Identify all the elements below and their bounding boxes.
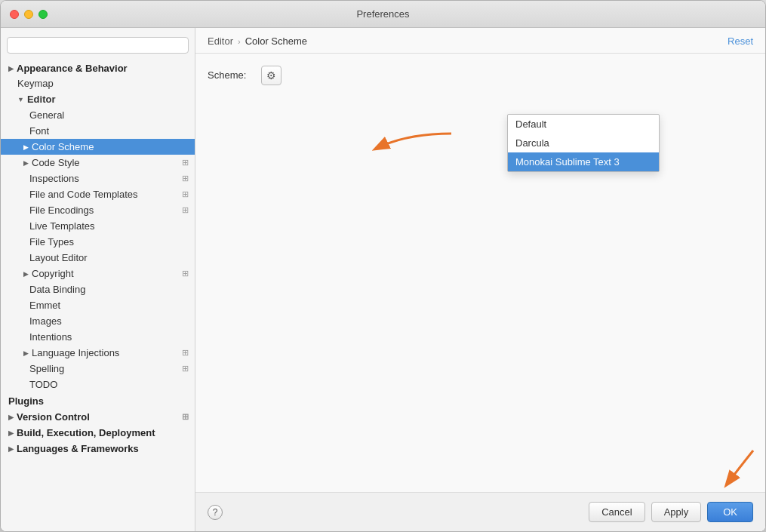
breadcrumb: Editor › Color Scheme bbox=[208, 35, 307, 47]
dropdown-popup: Default Darcula Monokai Sublime Text 3 bbox=[507, 114, 660, 172]
chevron-right-icon: ▶ bbox=[8, 429, 14, 437]
chevron-right-icon: ▶ bbox=[23, 143, 29, 151]
chevron-right-icon: ▶ bbox=[8, 414, 14, 421]
sidebar-item-color-scheme[interactable]: ▶ Color Scheme bbox=[1, 139, 195, 155]
settings-icon: ⊞ bbox=[182, 158, 189, 168]
breadcrumb-current: Color Scheme bbox=[245, 35, 307, 47]
sidebar: 🔍 ▶ Appearance & Behavior Keymap ▼ Edito… bbox=[1, 28, 195, 531]
sidebar-item-language-injections[interactable]: ▶ Language Injections ⊞ bbox=[1, 345, 195, 361]
sidebar-item-todo[interactable]: TODO bbox=[1, 377, 195, 392]
sidebar-item-file-types[interactable]: File Types bbox=[1, 234, 195, 250]
gear-icon: ⚙ bbox=[266, 69, 276, 81]
sidebar-item-code-style[interactable]: ▶ Code Style ⊞ bbox=[1, 155, 195, 171]
chevron-right-icon: ▶ bbox=[23, 349, 29, 357]
sidebar-item-inspections[interactable]: Inspections ⊞ bbox=[1, 171, 195, 186]
dropdown-option-default[interactable]: Default bbox=[508, 115, 659, 134]
breadcrumb-parent: Editor bbox=[208, 35, 233, 47]
settings-icon: ⊞ bbox=[182, 412, 189, 422]
settings-icon: ⊞ bbox=[182, 205, 189, 215]
help-button[interactable]: ? bbox=[208, 505, 223, 520]
window-controls bbox=[10, 10, 48, 19]
gear-button[interactable]: ⚙ bbox=[261, 66, 281, 85]
sidebar-item-spelling[interactable]: Spelling ⊞ bbox=[1, 361, 195, 377]
sidebar-item-keymap[interactable]: Keymap bbox=[1, 75, 195, 91]
preferences-window: Preferences 🔍 ▶ Appearance & Behavior Ke… bbox=[0, 0, 766, 532]
settings-icon: ⊞ bbox=[182, 269, 189, 278]
chevron-right-icon: ▶ bbox=[8, 445, 14, 453]
sidebar-item-plugins[interactable]: Plugins bbox=[1, 392, 195, 408]
sidebar-item-general[interactable]: General bbox=[1, 107, 195, 123]
chevron-right-icon: ▶ bbox=[23, 270, 29, 278]
search-wrapper: 🔍 bbox=[7, 37, 189, 54]
sidebar-item-appearance[interactable]: ▶ Appearance & Behavior bbox=[1, 60, 195, 75]
scheme-row: Scheme: Default Darcula Monokai Sublime … bbox=[208, 66, 753, 85]
ok-wrapper: OK bbox=[707, 502, 753, 522]
sidebar-item-font[interactable]: Font bbox=[1, 123, 195, 139]
search-input[interactable] bbox=[7, 37, 189, 54]
sidebar-item-layout-editor[interactable]: Layout Editor bbox=[1, 250, 195, 266]
sidebar-item-live-templates[interactable]: Live Templates bbox=[1, 218, 195, 234]
settings-icon: ⊞ bbox=[182, 174, 189, 183]
sidebar-item-languages[interactable]: ▶ Languages & Frameworks bbox=[1, 440, 195, 456]
title-bar: Preferences bbox=[1, 1, 765, 28]
maximize-button[interactable] bbox=[38, 10, 48, 19]
sidebar-item-images[interactable]: Images bbox=[1, 313, 195, 329]
arrow-annotation-1 bbox=[361, 126, 466, 171]
sidebar-item-data-binding[interactable]: Data Binding bbox=[1, 281, 195, 297]
sidebar-item-file-code-templates[interactable]: File and Code Templates ⊞ bbox=[1, 186, 195, 202]
sidebar-item-copyright[interactable]: ▶ Copyright ⊞ bbox=[1, 266, 195, 281]
settings-icon: ⊞ bbox=[182, 189, 189, 199]
reset-button[interactable]: Reset bbox=[728, 35, 753, 47]
window-title: Preferences bbox=[356, 8, 409, 20]
dropdown-option-monokai[interactable]: Monokai Sublime Text 3 bbox=[508, 152, 659, 171]
sidebar-item-version-control[interactable]: ▶ Version Control ⊞ bbox=[1, 408, 195, 424]
chevron-down-icon: ▼ bbox=[17, 96, 24, 103]
panel-header: Editor › Color Scheme Reset bbox=[195, 28, 765, 54]
search-container: 🔍 bbox=[1, 32, 195, 60]
close-button[interactable] bbox=[10, 10, 19, 19]
sidebar-item-editor[interactable]: ▼ Editor bbox=[1, 91, 195, 107]
scheme-label: Scheme: bbox=[208, 66, 249, 81]
dropdown-option-darcula[interactable]: Darcula bbox=[508, 134, 659, 152]
sidebar-item-intentions[interactable]: Intentions bbox=[1, 329, 195, 345]
chevron-right-icon: ▶ bbox=[8, 65, 14, 72]
minimize-button[interactable] bbox=[24, 10, 33, 19]
main-content: 🔍 ▶ Appearance & Behavior Keymap ▼ Edito… bbox=[1, 28, 765, 531]
breadcrumb-separator: › bbox=[238, 37, 241, 46]
settings-icon: ⊞ bbox=[182, 348, 189, 358]
bottom-bar: ? Cancel Apply OK bbox=[195, 492, 765, 531]
sidebar-item-file-encodings[interactable]: File Encodings ⊞ bbox=[1, 202, 195, 218]
sidebar-item-emmet[interactable]: Emmet bbox=[1, 297, 195, 313]
ok-button[interactable]: OK bbox=[707, 502, 753, 522]
panel-content: Scheme: Default Darcula Monokai Sublime … bbox=[195, 54, 765, 492]
apply-button[interactable]: Apply bbox=[651, 502, 702, 522]
cancel-button[interactable]: Cancel bbox=[589, 502, 644, 522]
settings-icon: ⊞ bbox=[182, 364, 189, 374]
chevron-right-icon: ▶ bbox=[23, 159, 29, 167]
main-panel: Editor › Color Scheme Reset Scheme: Defa… bbox=[195, 28, 765, 531]
sidebar-item-build-exec[interactable]: ▶ Build, Execution, Deployment bbox=[1, 424, 195, 440]
